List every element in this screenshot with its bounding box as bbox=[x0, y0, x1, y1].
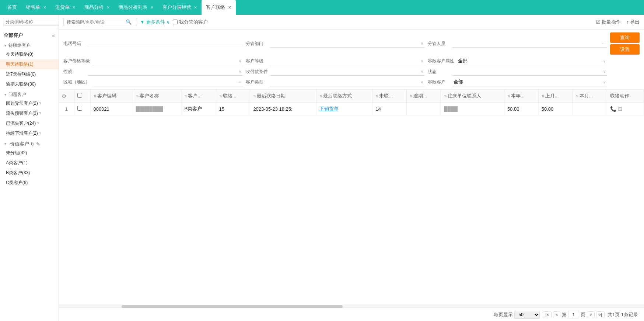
sidebar-item-class-b[interactable]: B类客户(33) bbox=[0, 168, 59, 178]
last-contact-method-link[interactable]: 下销货单 bbox=[319, 106, 339, 111]
close-product-list-icon[interactable]: ✕ bbox=[150, 5, 154, 10]
row-last-month: 50.00 bbox=[538, 103, 573, 115]
more-filters-button[interactable]: ▼ 更多条件 ∧ bbox=[140, 19, 170, 25]
col-last-month[interactable]: 上月... bbox=[538, 90, 573, 103]
region-select[interactable]: ··· bbox=[92, 78, 243, 86]
sidebar-item-class-a[interactable]: A类客户(1) bbox=[0, 158, 59, 168]
sidebar-item-lost-risk[interactable]: 流失预警客户(3) ? bbox=[0, 108, 59, 118]
filter-cell-price-tier: 客户价格等级 ∨ bbox=[63, 57, 243, 65]
retail-attr-label: 零散客户属性 bbox=[428, 58, 454, 64]
table-header-row: ⚙ 客户编码 客户名称 客户... 联络... 最后联络日期 最后联络方式 未联… bbox=[59, 90, 644, 103]
phone-input[interactable] bbox=[88, 40, 243, 47]
prev-page-button[interactable]: < bbox=[553, 311, 560, 318]
retail-attr-select[interactable]: 全部 ∨ bbox=[456, 57, 607, 65]
query-button[interactable]: 查询 bbox=[610, 32, 640, 43]
sidebar-item-continuous-decline[interactable]: 持续下滑客户(2) ? bbox=[0, 128, 59, 138]
close-purchase-order-icon[interactable]: ✕ bbox=[72, 5, 76, 10]
close-customer-tier-icon[interactable]: ✕ bbox=[194, 5, 197, 10]
dept-arrow-icon: ∨ bbox=[421, 41, 423, 45]
person-select[interactable]: ··· bbox=[452, 39, 607, 48]
top-navigation: 首页 销售单 ✕ 进货单 ✕ 商品分析 ✕ 商品分析列表 ✕ 客户分层经营 ✕ … bbox=[0, 0, 644, 15]
retail-customer-label: 零散客户 bbox=[428, 79, 450, 85]
export-button[interactable]: ↑ 导出 bbox=[627, 19, 640, 25]
group-pending-contact: 待联络客户 bbox=[0, 40, 59, 49]
nature-select[interactable]: ∨ bbox=[88, 68, 243, 76]
nav-product-analysis[interactable]: 商品分析 ✕ bbox=[80, 0, 114, 15]
next-page-button[interactable]: > bbox=[587, 311, 594, 318]
nav-purchase-order[interactable]: 进货单 ✕ bbox=[51, 0, 80, 15]
col-name[interactable]: 客户名称 bbox=[133, 90, 181, 103]
customer-tier-label: 客户等级 bbox=[246, 58, 268, 64]
status-select[interactable]: ∨ bbox=[452, 68, 607, 76]
phone-action-icon[interactable]: 📞 bbox=[610, 106, 616, 112]
col-this-year[interactable]: 本年... bbox=[504, 90, 538, 103]
settings-button[interactable]: 设置 bbox=[610, 44, 640, 55]
nav-sales-order[interactable]: 销售单 ✕ bbox=[21, 0, 51, 15]
help-icon-already-lost: ? bbox=[37, 121, 39, 126]
sidebar-item-unclassified[interactable]: 未分组(32) bbox=[0, 148, 59, 158]
search-input[interactable] bbox=[67, 20, 126, 25]
row-num: 1 bbox=[59, 103, 74, 115]
scrollbar-thumb[interactable] bbox=[122, 305, 343, 308]
row-checkbox[interactable] bbox=[77, 106, 82, 111]
dept-select[interactable]: ∨ bbox=[270, 39, 425, 48]
footer: 每页显示 50 100 200 |< < 第 页 > >| 共1页 1条记录 bbox=[59, 308, 644, 321]
customer-type-select[interactable]: ∨ bbox=[270, 78, 425, 86]
col-last-contact-method[interactable]: 最后联络方式 bbox=[316, 90, 372, 103]
search-submit-icon[interactable]: 🔍 bbox=[126, 19, 132, 25]
retail-customer-select[interactable]: 全部 ∨ bbox=[452, 78, 607, 86]
select-all-checkbox[interactable] bbox=[77, 93, 82, 98]
row-last-contact-method[interactable]: 下销货单 bbox=[316, 103, 372, 115]
close-customer-contact-icon[interactable]: ✕ bbox=[228, 5, 231, 10]
sidebar-item-tomorrow-contact[interactable]: 明天待联络(1) bbox=[0, 59, 59, 69]
content-area: 🔍 ▼ 更多条件 ∧ 我分管的客户 ☑ 批量操作 ↑ 导出 bbox=[59, 15, 644, 321]
page-size-select[interactable]: 50 100 200 bbox=[514, 311, 540, 319]
customer-tier-select[interactable]: ∨ bbox=[270, 57, 425, 65]
col-type[interactable]: 客户... bbox=[181, 90, 216, 103]
sidebar-search-input[interactable] bbox=[3, 18, 59, 26]
page-number-input[interactable] bbox=[568, 311, 579, 318]
filter-row-4: 区域（地区） ··· 客户类型 ∨ 零散客户 全部 ∨ bbox=[63, 78, 640, 86]
close-product-analysis-icon[interactable]: ✕ bbox=[106, 5, 110, 10]
row-this-year: 50.00 bbox=[504, 103, 538, 115]
collapse-icon[interactable]: « bbox=[52, 32, 55, 38]
price-tier-label: 客户价格等级 bbox=[63, 58, 90, 64]
grid-action-icon[interactable]: ⊞ bbox=[618, 106, 622, 112]
col-last-contact-date[interactable]: 最后联络日期 bbox=[250, 90, 316, 103]
nav-customer-tier[interactable]: 客户分层经营 ✕ bbox=[158, 0, 202, 15]
sidebar-item-today-contact[interactable]: 今天待联络(0) bbox=[0, 49, 59, 59]
sidebar-item-class-c[interactable]: C类客户(6) bbox=[0, 178, 59, 188]
first-page-button[interactable]: |< bbox=[543, 311, 551, 318]
nav-product-analysis-list[interactable]: 商品分析列表 ✕ bbox=[114, 0, 158, 15]
edit-value-icon[interactable]: ✎ bbox=[36, 141, 40, 147]
col-overdue[interactable]: 逾期... bbox=[407, 90, 441, 103]
col-this-month[interactable]: 本月... bbox=[573, 90, 607, 103]
my-customers-checkbox-area[interactable]: 我分管的客户 bbox=[173, 19, 208, 25]
my-customers-checkbox[interactable] bbox=[173, 20, 178, 24]
horizontal-scrollbar[interactable] bbox=[59, 305, 644, 308]
col-no-contact[interactable]: 未联... bbox=[372, 90, 407, 103]
help-icon-lost-risk: ? bbox=[39, 111, 41, 116]
nature-label: 性质 bbox=[63, 69, 85, 75]
nav-home[interactable]: 首页 bbox=[3, 0, 21, 15]
col-contact[interactable]: 联络... bbox=[216, 90, 250, 103]
sidebar-item-overdue-contact[interactable]: 逾期未联络(30) bbox=[0, 79, 59, 89]
price-tier-select[interactable]: ∨ bbox=[92, 57, 243, 65]
sidebar-item-7days-contact[interactable]: 近7天待联络(0) bbox=[0, 69, 59, 79]
price-tier-arrow-icon: ∨ bbox=[239, 59, 241, 63]
col-unit-contact[interactable]: 往来单位联系人 bbox=[441, 90, 504, 103]
sidebar-item-repurchase-abnormal[interactable]: 回购异常客户(2) ? bbox=[0, 99, 59, 108]
last-page-button[interactable]: >| bbox=[596, 311, 605, 318]
col-action: 联络动作 bbox=[607, 90, 644, 103]
payment-label: 收付款条件 bbox=[246, 69, 268, 75]
payment-select[interactable]: ∨ bbox=[270, 68, 425, 76]
col-code[interactable]: 客户编码 bbox=[90, 90, 133, 103]
filter-cell-nature: 性质 ∨ bbox=[63, 68, 243, 76]
col-settings[interactable]: ⚙ bbox=[59, 90, 74, 103]
nav-customer-contact[interactable]: 客户联络 ✕ bbox=[202, 0, 236, 15]
sidebar-item-already-lost[interactable]: 已流失客户(24) ? bbox=[0, 118, 59, 128]
batch-ops-button[interactable]: ☑ 批量操作 bbox=[596, 19, 621, 25]
refresh-value-icon[interactable]: ↻ bbox=[31, 141, 35, 147]
close-sales-order-icon[interactable]: ✕ bbox=[43, 5, 46, 10]
retail-attr-arrow-icon: ∨ bbox=[603, 59, 606, 63]
